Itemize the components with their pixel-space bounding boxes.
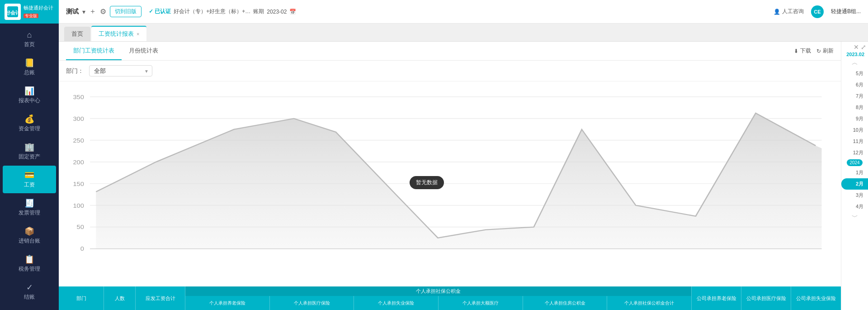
download-button[interactable]: ⬇ 下载 xyxy=(794,47,811,55)
month-nav: ︿ 5月 6月 7月 8月 9月 10月 11月 12月 2024 1月 2月 … xyxy=(841,58,868,222)
company-dropdown-button[interactable]: ▾ xyxy=(82,8,85,15)
month-item-4[interactable]: 4月 xyxy=(841,201,868,212)
sidebar-item-salary[interactable]: 💳 工资 xyxy=(3,166,56,193)
logo-icon: 好会计 xyxy=(5,4,21,20)
help-label: 人工咨询 xyxy=(782,8,804,15)
sidebar-item-label: 固定资产 xyxy=(19,153,40,161)
month-item-11[interactable]: 11月 xyxy=(841,136,868,147)
sidebar-item-label: 结账 xyxy=(24,293,35,301)
sub-tabs-right: ⬇ 下载 ↻ 刷新 xyxy=(794,47,834,55)
download-icon: ⬇ xyxy=(794,48,798,54)
expand-panel-button[interactable]: ⤢ xyxy=(861,43,866,51)
header-right: 👤 人工咨询 CE 轻捷通B组... xyxy=(774,5,861,18)
month-item-10[interactable]: 10月 xyxy=(841,124,868,136)
svg-text:300: 300 xyxy=(73,115,84,122)
settings-button[interactable]: ⚙ xyxy=(100,7,106,16)
refresh-icon: ↻ xyxy=(816,48,821,54)
panel-top-area: ✕ ⤢ xyxy=(841,42,868,51)
period-label: 账期 xyxy=(253,8,264,15)
status-tags: 好会计（专）+好生意（标）+… xyxy=(174,8,250,15)
tab-close-icon[interactable]: × xyxy=(137,31,139,37)
month-item-2-active[interactable]: 2月 xyxy=(841,178,868,190)
month-item-12[interactable]: 12月 xyxy=(841,147,868,158)
calendar-icon[interactable]: 📅 xyxy=(289,9,296,15)
sidebar: 好会计 畅捷通好会计 专业版 ⌂ 首页 📒 总账 📊 报表中心 💰 资金管理 🏢… xyxy=(0,0,59,310)
th-medical-company: 公司承担医疗保险 xyxy=(741,286,791,310)
sidebar-item-settle[interactable]: ✓ 结账 xyxy=(3,278,56,305)
th-dept: 部门 xyxy=(59,286,104,310)
svg-text:150: 150 xyxy=(73,180,84,187)
th-group-social: 个人承担社保公积金 个人承担养老保险 个人承担医疗保险 个人承担失业保险 个人承… xyxy=(185,286,692,310)
close-panel-button[interactable]: ✕ xyxy=(854,43,859,51)
content-area: 部门工资统计表 月份统计表 ⬇ 下载 ↻ 刷新 xyxy=(59,42,868,310)
sidebar-item-ledger[interactable]: 📒 总账 xyxy=(3,53,56,81)
help-icon: 👤 xyxy=(774,9,780,15)
sidebar-item-label: 进销台账 xyxy=(19,237,40,245)
sidebar-item-invoices[interactable]: 🧾 发票管理 xyxy=(3,194,56,221)
sub-tab-dept[interactable]: 部门工资统计表 xyxy=(66,42,122,60)
th-unemployment-company: 公司承担失业保险 xyxy=(791,286,841,310)
th-group-children: 个人承担养老保险 个人承担医疗保险 个人承担失业保险 个人承担大额医疗 个人承担 xyxy=(185,296,691,310)
refresh-button[interactable]: ↻ 刷新 xyxy=(816,47,834,55)
chart-svg-wrapper: 350 300 250 200 150 100 50 0 xyxy=(66,86,834,286)
svg-text:350: 350 xyxy=(73,93,84,100)
right-panel: ✕ ⤢ 2023.02 ︿ 5月 6月 7月 8月 9月 10月 11月 12月… xyxy=(841,42,868,310)
month-item-3[interactable]: 3月 xyxy=(841,190,868,201)
sidebar-item-purchase[interactable]: 📦 进销台账 xyxy=(3,222,56,249)
sub-tabs: 部门工资统计表 月份统计表 ⬇ 下载 ↻ 刷新 xyxy=(59,42,841,61)
sub-tab-month[interactable]: 月份统计表 xyxy=(122,42,165,60)
main-area: 测试 ▾ ＋ ⚙ 切到旧版 ✓ 已认证 好会计（专）+好生意（标）+… 账期 2… xyxy=(59,0,868,310)
sidebar-item-home[interactable]: ⌂ 首页 xyxy=(3,26,56,53)
month-item-1[interactable]: 1月 xyxy=(841,167,868,178)
sidebar-item-reports[interactable]: 📊 报表中心 xyxy=(3,81,56,109)
chart-area: 350 300 250 200 150 100 50 0 xyxy=(59,81,841,286)
th-medical-personal: 个人承担医疗保险 xyxy=(270,296,354,310)
filter-bar: 部门： 全部 行政部 销售部 技术部 财务部 xyxy=(59,61,841,81)
svg-text:好会计: 好会计 xyxy=(6,10,19,15)
sidebar-item-assets[interactable]: 🏢 固定资产 xyxy=(3,138,56,165)
sidebar-item-label: 税务管理 xyxy=(19,265,40,273)
sidebar-item-archive[interactable]: 🗂 归档管理 xyxy=(3,306,56,310)
year-2024-label: 2024 xyxy=(847,159,862,166)
sidebar-item-label: 工资 xyxy=(24,181,35,189)
month-item-6[interactable]: 6月 xyxy=(841,79,868,91)
th-group-label: 个人承担社保公积金 xyxy=(185,286,691,296)
dept-select[interactable]: 全部 行政部 销售部 技术部 财务部 xyxy=(89,65,152,76)
th-salary-total: 应发工资合计 xyxy=(136,286,185,310)
logo-badge: 专业版 xyxy=(24,14,38,18)
th-housing-fund-personal: 个人承担住房公积金 xyxy=(523,296,608,310)
switch-version-button[interactable]: 切到旧版 xyxy=(110,6,142,17)
add-button[interactable]: ＋ xyxy=(89,7,96,16)
sidebar-item-tax[interactable]: 📋 税务管理 xyxy=(3,250,56,277)
sidebar-item-label: 发票管理 xyxy=(19,209,40,217)
top-header: 测试 ▾ ＋ ⚙ 切到旧版 ✓ 已认证 好会计（专）+好生意（标）+… 账期 2… xyxy=(59,0,868,24)
logo-text-line1: 畅捷通好会计 xyxy=(24,5,53,11)
month-item-7[interactable]: 7月 xyxy=(841,91,868,102)
main-content: 部门工资统计表 月份统计表 ⬇ 下载 ↻ 刷新 xyxy=(59,42,841,310)
nav-down-arrow[interactable]: ﹀ xyxy=(851,212,859,222)
sidebar-item-label: 报表中心 xyxy=(19,97,40,105)
assets-icon: 🏢 xyxy=(24,142,34,152)
user-name[interactable]: 轻捷通B组... xyxy=(831,8,861,15)
tab-salary[interactable]: 工资统计报表 × xyxy=(91,26,146,41)
reports-icon: 📊 xyxy=(24,86,34,96)
year-label: 2023.02 xyxy=(841,51,868,58)
salary-icon: 💳 xyxy=(24,170,34,180)
user-help-btn[interactable]: 👤 人工咨询 xyxy=(774,8,804,15)
invoices-icon: 🧾 xyxy=(24,198,34,208)
th-major-medical-personal: 个人承担大额医疗 xyxy=(439,296,523,310)
tab-home[interactable]: 首页 xyxy=(64,27,90,41)
sidebar-item-label: 资金管理 xyxy=(19,125,40,133)
nav-up-arrow[interactable]: ︿ xyxy=(851,58,859,68)
table-header: 部门 人数 应发工资合计 个人承担社保公积金 个人承担养老保险 xyxy=(59,286,841,310)
sidebar-item-label: 首页 xyxy=(24,41,35,48)
svg-text:200: 200 xyxy=(73,158,84,165)
month-item-5[interactable]: 5月 xyxy=(841,68,868,79)
month-item-8[interactable]: 8月 xyxy=(841,102,868,113)
tab-salary-label: 工资统计报表 xyxy=(99,30,134,38)
dept-select-wrapper: 全部 行政部 销售部 技术部 财务部 xyxy=(89,65,152,76)
svg-text:0: 0 xyxy=(80,245,84,252)
month-item-9[interactable]: 9月 xyxy=(841,113,868,124)
sidebar-item-funds[interactable]: 💰 资金管理 xyxy=(3,110,56,137)
sidebar-logo: 好会计 畅捷通好会计 专业版 xyxy=(0,0,59,24)
